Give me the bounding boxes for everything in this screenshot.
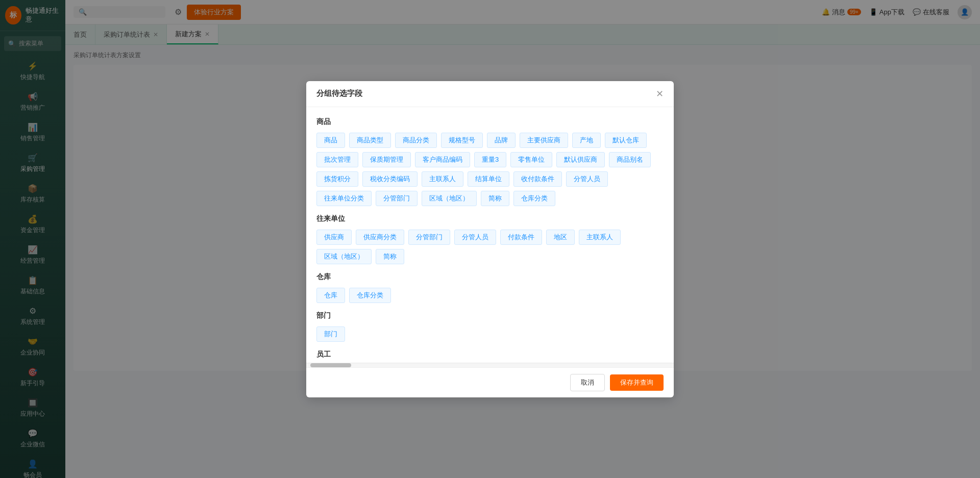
field-tag-partner-分管人员[interactable]: 分管人员 <box>454 230 496 245</box>
field-tag-partner-地区[interactable]: 地区 <box>546 230 575 245</box>
cancel-button[interactable]: 取消 <box>570 374 605 391</box>
field-tag-partner-简称[interactable]: 简称 <box>376 249 404 264</box>
field-tag-product-仓库分类[interactable]: 仓库分类 <box>513 191 555 206</box>
field-tag-partner-区域地区[interactable]: 区域（地区） <box>316 249 372 264</box>
field-select-modal: 分组待选字段 ✕ 商品 商品 商品类型 商品分类 规格型号 品牌 主要供应商 产… <box>306 81 674 397</box>
field-tag-partner-供应商分类[interactable]: 供应商分类 <box>356 230 404 245</box>
field-tag-product-默认供应商[interactable]: 默认供应商 <box>556 152 605 167</box>
field-tag-product-批次管理[interactable]: 批次管理 <box>316 152 358 167</box>
field-tag-warehouse-仓库[interactable]: 仓库 <box>316 288 345 303</box>
fields-grid-partner: 供应商 供应商分类 分管部门 分管人员 付款条件 地区 主联系人 区域（地区） … <box>316 230 664 264</box>
section-title-department: 部门 <box>316 311 664 320</box>
field-tag-product-默认仓库[interactable]: 默认仓库 <box>605 133 647 148</box>
field-tag-partner-主联系人[interactable]: 主联系人 <box>579 230 621 245</box>
fields-grid-warehouse: 仓库 仓库分类 <box>316 288 664 303</box>
field-tag-warehouse-仓库分类[interactable]: 仓库分类 <box>349 288 391 303</box>
modal-horizontal-scrollbar[interactable] <box>306 363 674 367</box>
field-tag-product-重量3[interactable]: 重量3 <box>474 152 506 167</box>
field-tag-dept-部门[interactable]: 部门 <box>316 326 345 342</box>
section-title-employee: 员工 <box>316 350 664 359</box>
modal-close-button[interactable]: ✕ <box>656 88 664 99</box>
field-tag-product-零售单位[interactable]: 零售单位 <box>510 152 552 167</box>
field-tag-partner-付款条件[interactable]: 付款条件 <box>500 230 542 245</box>
section-title-warehouse: 仓库 <box>316 272 664 282</box>
field-tag-product-往来单位分类[interactable]: 往来单位分类 <box>316 191 372 206</box>
field-tag-product-拣货积分[interactable]: 拣货积分 <box>316 171 358 187</box>
field-tag-partner-供应商[interactable]: 供应商 <box>316 230 352 245</box>
field-tag-product-产地[interactable]: 产地 <box>572 133 601 148</box>
field-tag-product-保质期管理[interactable]: 保质期管理 <box>362 152 411 167</box>
field-tag-product-商品分类[interactable]: 商品分类 <box>395 133 437 148</box>
field-tag-product-客户商品编码[interactable]: 客户商品编码 <box>415 152 470 167</box>
field-tag-product-简称[interactable]: 简称 <box>481 191 509 206</box>
field-tag-product-收付款条件[interactable]: 收付款条件 <box>513 171 562 187</box>
field-tag-product-结算单位[interactable]: 结算单位 <box>468 171 509 187</box>
field-tag-product-区域地区[interactable]: 区域（地区） <box>422 191 477 206</box>
field-tag-product-品牌[interactable]: 品牌 <box>487 133 516 148</box>
modal-footer: 取消 保存并查询 <box>306 367 674 397</box>
modal-overlay: 分组待选字段 ✕ 商品 商品 商品类型 商品分类 规格型号 品牌 主要供应商 产… <box>0 0 980 478</box>
field-tag-partner-分管部门[interactable]: 分管部门 <box>408 230 450 245</box>
fields-grid-product: 商品 商品类型 商品分类 规格型号 品牌 主要供应商 产地 默认仓库 批次管理 … <box>316 133 664 206</box>
section-title-partner: 往来单位 <box>316 214 664 223</box>
modal-header: 分组待选字段 ✕ <box>306 81 674 107</box>
fields-grid-department: 部门 <box>316 326 664 342</box>
save-button[interactable]: 保存并查询 <box>610 374 664 391</box>
field-tag-product-主联系人[interactable]: 主联系人 <box>422 171 463 187</box>
modal-body[interactable]: 商品 商品 商品类型 商品分类 规格型号 品牌 主要供应商 产地 默认仓库 批次… <box>306 107 674 363</box>
section-title-product: 商品 <box>316 117 664 127</box>
field-tag-product-商品[interactable]: 商品 <box>316 133 345 148</box>
field-tag-product-商品类型[interactable]: 商品类型 <box>349 133 391 148</box>
modal-title: 分组待选字段 <box>316 89 362 98</box>
field-tag-product-分管部门[interactable]: 分管部门 <box>376 191 418 206</box>
field-tag-product-税收分类编码[interactable]: 税收分类编码 <box>362 171 418 187</box>
field-tag-product-规格型号[interactable]: 规格型号 <box>441 133 483 148</box>
field-tag-product-分管人员[interactable]: 分管人员 <box>566 171 608 187</box>
field-tag-product-主要供应商[interactable]: 主要供应商 <box>520 133 568 148</box>
field-tag-product-商品别名[interactable]: 商品别名 <box>609 152 651 167</box>
